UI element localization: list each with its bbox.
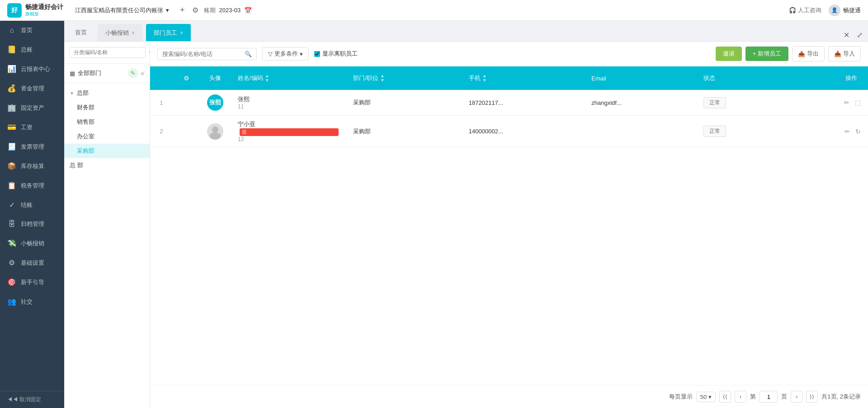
more-filter-button[interactable]: ▽ 更多条件 ▾	[262, 47, 309, 61]
dept-item-office[interactable]: 办公室	[64, 129, 150, 144]
row-phone: 140000002...	[462, 116, 584, 147]
dept-item-purchase[interactable]: 采购部	[64, 144, 150, 158]
import-button[interactable]: 📥 导入	[828, 46, 861, 61]
sidebar-item-funds[interactable]: 💰 资金管理	[0, 79, 64, 98]
import-icon: 📥	[834, 51, 841, 57]
prev-page-button[interactable]: ‹	[735, 391, 746, 403]
tab-home[interactable]: 首页	[68, 24, 94, 41]
dept-search-area: 🔍	[64, 42, 150, 64]
all-dept-label[interactable]: ▦ 全部部门	[70, 69, 101, 77]
sort-name[interactable]: 姓名/编码 ▲▼	[238, 74, 339, 83]
row-checkbox	[173, 90, 200, 116]
add-dept-button[interactable]: ✎	[128, 68, 138, 78]
avatar: 张熙	[207, 94, 223, 111]
tab-department[interactable]: 部门员工 ×	[146, 24, 191, 41]
table-row: 1 张熙 张熙11 采购部 187202117... zhangxidf... …	[150, 90, 868, 116]
logout-icon[interactable]: ⬚	[855, 99, 861, 106]
collapse-dept-icon[interactable]: «	[141, 70, 144, 77]
dept-item-general[interactable]: 总 部	[64, 158, 150, 173]
sidebar-item-home[interactable]: ⌂ 首页	[0, 21, 64, 40]
expand-tab-button[interactable]: ⤢	[855, 29, 864, 41]
home-icon: ⌂	[7, 26, 16, 34]
close-tab-button[interactable]: ✕	[842, 29, 851, 41]
settings-button[interactable]: ⚙	[190, 4, 200, 16]
table-header-row: ⚙ 头像 姓名/编码 ▲▼	[150, 66, 868, 90]
page-di-label: 第	[750, 393, 756, 401]
dept-item-finance[interactable]: 财务部	[64, 100, 150, 115]
employee-code: 11	[238, 103, 339, 110]
pagination: 每页显示 50 ▾ ⟨⟨ ‹ 第 页 › ⟩⟩ 共1页, 2条记录	[150, 385, 868, 408]
add-tab-button[interactable]: +	[178, 4, 187, 17]
export-button[interactable]: 📤 导出	[792, 46, 825, 61]
sidebar-item-settings[interactable]: ⚙ 基础设置	[0, 253, 64, 272]
sidebar-item-tax[interactable]: 📋 税务管理	[0, 176, 64, 195]
sidebar-item-inventory[interactable]: 📦 库存核算	[0, 156, 64, 176]
sidebar-item-social[interactable]: 👥 社交	[0, 292, 64, 311]
page-number-input[interactable]	[760, 391, 778, 403]
status-badge: 正常	[703, 97, 726, 108]
last-page-button[interactable]: ⟩⟩	[806, 391, 818, 403]
per-page-value: 50	[700, 394, 707, 400]
col-name[interactable]: 姓名/编码 ▲▼	[231, 66, 346, 90]
sort-phone[interactable]: 手机 ▲▼	[469, 74, 577, 83]
row-dept: 采购部	[346, 116, 461, 147]
next-page-button[interactable]: ›	[791, 391, 802, 403]
dept-header: ▦ 全部部门 ✎ «	[64, 64, 150, 83]
company-selector[interactable]: 江西服宝精品有限责任公司内账张 ▾	[71, 5, 173, 16]
invite-button[interactable]: 邀请	[716, 47, 742, 61]
table-settings-icon[interactable]: ⚙	[180, 72, 193, 84]
sidebar-item-assets[interactable]: 🏢 固定资产	[0, 98, 64, 117]
tab-department-close[interactable]: ×	[180, 30, 183, 36]
sort-name-icon: ▲▼	[265, 74, 269, 83]
logo-text-block: 畅捷通好会计 旗舰版	[25, 3, 63, 17]
sidebar-item-reports[interactable]: 📊 云报表中心	[0, 59, 64, 79]
sidebar-item-close[interactable]: ✓ 结账	[0, 195, 64, 215]
col-dept[interactable]: 部门/职位 ▲▼	[346, 66, 461, 90]
search-icon[interactable]: 🔍	[245, 51, 252, 57]
user-name: 畅捷通	[843, 6, 861, 14]
add-employee-button[interactable]: + 新增员工	[745, 47, 788, 61]
sidebar-item-label: 总账	[21, 46, 33, 54]
sidebar-item-expense[interactable]: 💸 小畅报销	[0, 234, 64, 253]
edit-icon[interactable]: ✏	[844, 99, 849, 106]
show-resigned-checkbox[interactable]: 显示离职员工	[314, 50, 358, 58]
dept-search-input[interactable]	[70, 47, 146, 58]
chevron-down-icon: ▾	[166, 7, 169, 14]
employee-search-input[interactable]	[162, 51, 242, 57]
col-phone[interactable]: 手机 ▲▼	[462, 66, 584, 90]
dept-label: 总 部	[70, 161, 83, 169]
dept-item-hq[interactable]: ▼ 总部	[64, 86, 150, 100]
tax-icon: 📋	[7, 181, 16, 190]
sidebar-item-invoice[interactable]: 🧾 发票管理	[0, 137, 64, 156]
sidebar-item-label: 资金管理	[21, 84, 44, 93]
cancel-pin-button[interactable]: ◀◀ 取消固定	[0, 391, 64, 408]
user-area[interactable]: 👤 畅捷通	[829, 5, 861, 16]
first-page-button[interactable]: ⟨⟨	[719, 391, 731, 403]
col-settings[interactable]: ⚙	[173, 66, 200, 90]
sidebar-item-label: 基础设置	[21, 259, 44, 267]
app-name: 畅捷通好会计	[25, 3, 63, 11]
service-button[interactable]: 🎧 人工咨询	[789, 6, 821, 14]
employee-tbody: 1 张熙 张熙11 采购部 187202117... zhangxidf... …	[150, 90, 868, 147]
table: ⚙ 头像 姓名/编码 ▲▼	[150, 66, 868, 147]
sidebar-item-archive[interactable]: 🗄 归档管理	[0, 215, 64, 234]
row-status: 正常	[696, 116, 789, 147]
edit-icon[interactable]: ✏	[844, 128, 850, 135]
calendar-icon[interactable]: 📅	[244, 7, 252, 14]
delete-icon[interactable]: ↻	[855, 128, 861, 135]
inventory-icon: 📦	[7, 162, 16, 170]
per-page-select[interactable]: 50 ▾	[696, 392, 716, 402]
sidebar-item-guide[interactable]: 🎯 新手引导	[0, 272, 64, 292]
employee-name: 张熙	[238, 95, 339, 103]
dept-label: 销售部	[77, 118, 94, 126]
tab-expense[interactable]: 小畅报销 ×	[98, 24, 142, 41]
dept-item-sales[interactable]: 销售部	[64, 115, 150, 129]
total-info: 共1页, 2条记录	[821, 393, 861, 401]
tab-expense-close[interactable]: ×	[132, 30, 135, 36]
show-resigned-input[interactable]	[314, 51, 320, 57]
sidebar-item-ledger[interactable]: 📒 总账	[0, 40, 64, 59]
sidebar-item-payroll[interactable]: 💳 工资	[0, 117, 64, 137]
sort-dept[interactable]: 部门/职位 ▲▼	[353, 74, 454, 83]
svg-point-2	[210, 132, 221, 140]
row-dept: 采购部	[346, 90, 461, 116]
